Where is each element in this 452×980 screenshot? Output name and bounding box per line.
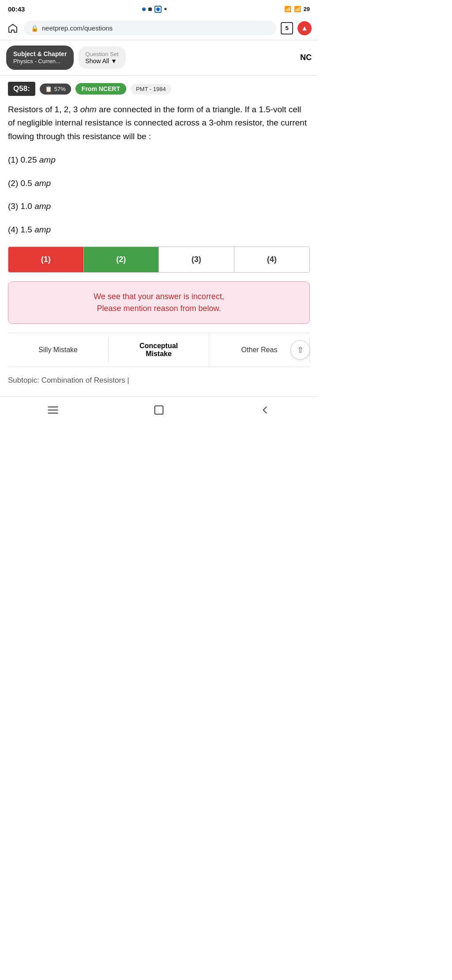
option-3[interactable]: (3) 1.0 amp: [8, 198, 310, 215]
status-bar: 00:43 • 📶 📶 29: [0, 0, 318, 16]
url-text: neetprep.com/questions: [42, 24, 113, 32]
answer-grid: (1) (2) (3) (4): [8, 247, 310, 273]
subject-chapter-value: Physics - Curren...: [13, 58, 67, 65]
wifi-icon: 📶: [284, 6, 291, 12]
incorrect-text-line2: Please mention reason from below.: [18, 303, 300, 315]
scroll-up-circle[interactable]: ⇧: [290, 340, 310, 360]
reason-silly-mistake[interactable]: Silly Mistake: [8, 337, 109, 363]
ncert-badge: From NCERT: [75, 83, 126, 95]
question-badge-row: Q58: 📋 57% From NCERT PMT - 1984: [8, 82, 310, 96]
indicator-dot-black: [148, 8, 152, 11]
option-3-unit: amp: [34, 201, 51, 211]
option-3-num: (3): [8, 201, 21, 211]
option-2-num: (2): [8, 179, 21, 188]
home-icon[interactable]: [6, 22, 19, 35]
option-1-unit: amp: [39, 155, 56, 164]
option-1-num: (1): [8, 155, 21, 164]
url-bar[interactable]: 🔒 neetprep.com/questions: [24, 21, 276, 35]
option-2[interactable]: (2) 0.5 amp: [8, 175, 310, 192]
nc-tab[interactable]: NC: [300, 53, 312, 62]
option-2-unit: amp: [34, 179, 51, 188]
answer-btn-1[interactable]: (1): [8, 247, 84, 272]
nav-tabs: Subject & Chapter Physics - Curren... Qu…: [0, 40, 318, 76]
answer-btn-2[interactable]: (2): [84, 247, 159, 272]
chevron-down-icon: ▼: [111, 57, 117, 65]
indicator-dot-blue: [142, 8, 146, 11]
status-time: 00:43: [8, 5, 25, 13]
status-right: 📶 📶 29: [284, 6, 310, 12]
copy-icon: 📋: [45, 86, 52, 92]
reason-row: Silly Mistake ConceptualMistake Other Re…: [8, 333, 310, 367]
question-number-badge: Q58:: [8, 82, 35, 96]
subtopic-value: Combination of Resistors |: [41, 376, 129, 384]
question-set-label: Question Set: [85, 51, 118, 57]
signal-icon: 📶: [294, 6, 301, 12]
bottom-nav-menu[interactable]: [47, 404, 59, 416]
battery-label: 29: [304, 6, 310, 12]
subtopic-prefix: Subtopic:: [8, 376, 39, 384]
answer-btn-4[interactable]: (4): [234, 247, 310, 272]
incorrect-banner: We see that your answer is incorrect, Pl…: [8, 281, 310, 324]
subtopic: Subtopic: Combination of Resistors |: [0, 376, 318, 392]
option-1[interactable]: (1) 0.25 amp: [8, 152, 310, 168]
tab-count[interactable]: 5: [281, 22, 293, 34]
browser-bar: 🔒 neetprep.com/questions 5 ▲: [0, 16, 318, 40]
status-indicators: •: [142, 4, 167, 14]
option-1-value: 0.25: [21, 155, 39, 164]
reason-conceptual-mistake[interactable]: ConceptualMistake: [109, 333, 209, 367]
copy-percent: 57%: [54, 86, 66, 92]
question-area: Q58: 📋 57% From NCERT PMT - 1984 Resisto…: [0, 76, 318, 367]
question-set-value: Show All ▼: [85, 57, 118, 65]
option-3-value: 1.0: [21, 201, 35, 211]
copy-badge: 📋 57%: [40, 84, 71, 95]
subject-chapter-label: Subject & Chapter: [13, 50, 67, 58]
pmt-badge: PMT - 1984: [131, 84, 171, 95]
indicator-dot-square: [154, 6, 162, 13]
bottom-nav-back[interactable]: [259, 404, 271, 416]
question-text: Resistors of 1, 2, 3 ohm are connected i…: [8, 103, 310, 143]
lock-icon: 🔒: [31, 25, 38, 32]
option-4-num: (4): [8, 225, 21, 234]
option-4-unit: amp: [34, 225, 51, 234]
option-4-value: 1.5: [21, 225, 35, 234]
up-button[interactable]: ▲: [298, 21, 312, 35]
svg-rect-3: [155, 406, 163, 414]
bottom-nav: [0, 396, 318, 425]
incorrect-text-line1: We see that your answer is incorrect,: [18, 291, 300, 303]
indicator-dot-small: •: [164, 4, 167, 14]
bottom-nav-home[interactable]: [153, 404, 165, 416]
answer-btn-3[interactable]: (3): [159, 247, 234, 272]
subject-chapter-tab[interactable]: Subject & Chapter Physics - Curren...: [6, 46, 74, 70]
option-4[interactable]: (4) 1.5 amp: [8, 222, 310, 238]
question-set-tab[interactable]: Question Set Show All ▼: [78, 46, 125, 69]
option-2-value: 0.5: [21, 179, 35, 188]
